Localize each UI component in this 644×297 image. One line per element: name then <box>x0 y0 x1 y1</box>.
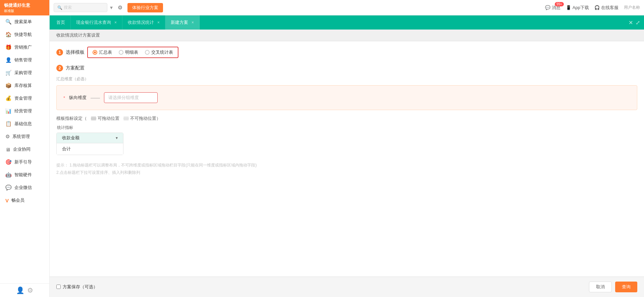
arrow-right-icon: —— <box>91 95 100 100</box>
save-plan-checkbox[interactable]: 方案保存（可选） <box>56 284 98 290</box>
dimension-area: * 纵向维度 —— 请选择分组维度 <box>56 85 637 110</box>
step1-num: 1 <box>56 49 63 56</box>
box-icon: 📦 <box>5 83 12 89</box>
breadcrumb: 收款情况统计方案设置 <box>50 30 644 41</box>
target-icon: 🎯 <box>5 159 12 165</box>
message-icon: 💬 <box>545 5 550 10</box>
gear-icon: ⚙ <box>5 134 10 140</box>
monitor-icon: 🖥 <box>5 147 10 152</box>
sidebar-item-enterprise[interactable]: 🖥 企业协同 <box>0 143 49 156</box>
badge-count: 99+ <box>555 2 564 6</box>
settings-button[interactable]: ⚙ <box>115 3 125 12</box>
content-area: 收款情况统计方案设置 1 选择模板 汇总表 明细表 <box>50 30 644 297</box>
cart-icon: 🛒 <box>5 70 12 76</box>
search-bar[interactable]: 🔍 搜索 <box>54 3 107 12</box>
step2-num: 2 <box>56 65 63 71</box>
dimension-select[interactable]: 请选择分组维度 <box>104 92 158 103</box>
template-radio-group: 汇总表 明细表 交叉统计表 <box>87 47 178 58</box>
sidebar-item-wechat[interactable]: 💬 企业微信 <box>0 181 49 194</box>
step1-section: 1 选择模板 汇总表 明细表 交叉统计表 <box>56 47 637 58</box>
tab-cash-query[interactable]: 现金银行流水查询 × <box>71 15 122 30</box>
logo-text: 畅捷通好生意 <box>4 2 30 8</box>
non-draggable-indicator: 不可拖动位置） <box>123 115 161 121</box>
drag-icon <box>91 117 96 120</box>
metrics-section-label: 统计指标 <box>56 125 637 131</box>
search-icon: 🔍 <box>5 19 12 25</box>
app-logo: 畅捷通好生意 标准版 <box>0 0 49 15</box>
sidebar-item-search[interactable]: 🔍 搜索菜单 <box>0 15 49 28</box>
step2-section: 2 方案配置 汇总维度（必选） * 纵向维度 —— 请选择分组维度 <box>56 65 637 176</box>
sidebar-item-hardware[interactable]: 🤖 智能硬件 <box>0 168 49 181</box>
home-icon: 🏠 <box>5 32 12 38</box>
tips-section: 提示： 1.拖动标题栏可以调整布局，不可跨维度或指标区域拖动栏目字段(只能在同一… <box>56 162 637 176</box>
trial-button[interactable]: 体验行业方案 <box>127 3 163 12</box>
step2-header: 2 方案配置 <box>56 65 637 71</box>
footer-bar: 方案保存（可选） 取消 查询 <box>50 277 644 297</box>
topbar-right: 💬 消息 99+ 📱 App下载 🎧 在线客服 用户名称 <box>545 5 640 11</box>
step1-title: 选择模板 <box>66 49 85 55</box>
tip-2: 2.点击标题栏下拉可设置排序、插入列和删除列 <box>56 169 637 177</box>
metrics-header: 模板指标设定（ 可拖动位置 不可拖动位置） <box>56 115 637 121</box>
sidebar-item-member[interactable]: V 畅会员 <box>0 194 49 207</box>
metrics-header-text: 模板指标设定（ <box>56 115 87 121</box>
metrics-col-header[interactable]: 收款金额 ▾ <box>57 133 123 143</box>
gift-icon: 🎁 <box>5 44 12 50</box>
chart-icon: 📊 <box>5 108 12 114</box>
step2-title: 方案配置 <box>66 65 85 71</box>
dropdown-arrow-icon[interactable]: ▾ <box>110 4 113 11</box>
tab-close-payment[interactable]: × <box>157 20 160 25</box>
radio-cross-circle <box>145 50 150 55</box>
draggable-label: 可拖动位置 <box>98 115 119 121</box>
radio-summary[interactable]: 汇总表 <box>93 49 112 55</box>
radio-detail-circle <box>119 50 123 55</box>
sidebar-item-quicknav[interactable]: 🏠 快捷导航 <box>0 28 49 41</box>
metrics-row-total: 合计 <box>57 143 123 155</box>
message-badge[interactable]: 💬 消息 99+ <box>545 5 560 11</box>
app-download[interactable]: 📱 App下载 <box>566 5 589 11</box>
topbar: 🔍 搜索 ▾ ⚙ 体验行业方案 💬 消息 99+ 📱 App下载 🎧 在线客服 … <box>50 0 644 15</box>
dimension-config-label: 汇总维度（必选） <box>56 76 637 82</box>
dimension-row: * 纵向维度 —— 请选择分组维度 <box>63 92 630 103</box>
clipboard-icon: 📋 <box>5 121 12 127</box>
required-star: * <box>63 95 65 100</box>
sidebar-item-guide[interactable]: 🎯 新手引导 <box>0 156 49 168</box>
metrics-grid-wrapper: 统计指标 收款金额 ▾ 合计 <box>56 125 637 155</box>
sidebar-avatar[interactable]: 👤 <box>16 286 24 294</box>
sidebar-item-system[interactable]: ⚙ 系统管理 <box>0 130 49 143</box>
sidebar-item-sales[interactable]: 👤 销售管理 <box>0 54 49 66</box>
vertical-dim-label: 纵向维度 <box>69 95 87 101</box>
draggable-indicator: 可拖动位置 <box>91 115 119 121</box>
page-content: 1 选择模板 汇总表 明细表 交叉统计表 <box>50 41 644 277</box>
chat-icon: 💬 <box>5 185 12 191</box>
metrics-grid: 收款金额 ▾ 合计 <box>56 133 123 155</box>
search-icon-topbar: 🔍 <box>57 5 62 10</box>
online-service[interactable]: 🎧 在线客服 <box>594 5 619 11</box>
sidebar-item-purchase[interactable]: 🛒 采购管理 <box>0 66 49 79</box>
sidebar-item-inventory[interactable]: 📦 库存核算 <box>0 79 49 92</box>
tab-close-new[interactable]: × <box>192 20 194 25</box>
tab-home[interactable]: 首页 <box>51 15 71 30</box>
footer-actions: 取消 查询 <box>589 282 637 292</box>
sidebar-item-finance[interactable]: 💰 资金管理 <box>0 92 49 105</box>
money-icon: 💰 <box>5 95 12 101</box>
vip-icon: V <box>5 198 9 203</box>
sidebar-settings-icon[interactable]: ⚙ <box>27 286 33 294</box>
cancel-button[interactable]: 取消 <box>589 282 612 292</box>
maximize-icon[interactable]: ⤢ <box>636 19 640 26</box>
radio-detail[interactable]: 明细表 <box>119 49 138 55</box>
save-checkbox-input[interactable] <box>56 285 61 289</box>
sidebar: 畅捷通好生意 标准版 🔍 搜索菜单 🏠 快捷导航 🎁 营销推广 👤 销售管理 🛒… <box>0 0 50 297</box>
chevron-down-icon[interactable]: ▾ <box>116 136 118 140</box>
close-window-icon[interactable]: ✕ <box>629 19 633 26</box>
sidebar-item-operation[interactable]: 📊 经营管理 <box>0 105 49 117</box>
tab-close-cash[interactable]: × <box>114 20 117 25</box>
user-info[interactable]: 用户名称 <box>624 5 640 10</box>
radio-cross[interactable]: 交叉统计表 <box>145 49 173 55</box>
sidebar-item-basic-info[interactable]: 📋 基础信息 <box>0 117 49 130</box>
query-button[interactable]: 查询 <box>615 282 637 292</box>
sidebar-item-marketing[interactable]: 🎁 营销推广 <box>0 41 49 54</box>
tab-new-plan[interactable]: 新建方案 × <box>165 15 200 30</box>
headset-icon: 🎧 <box>594 5 600 10</box>
search-placeholder: 搜索 <box>64 5 72 10</box>
tab-payment-stat[interactable]: 收款情况统计 × <box>122 15 165 30</box>
